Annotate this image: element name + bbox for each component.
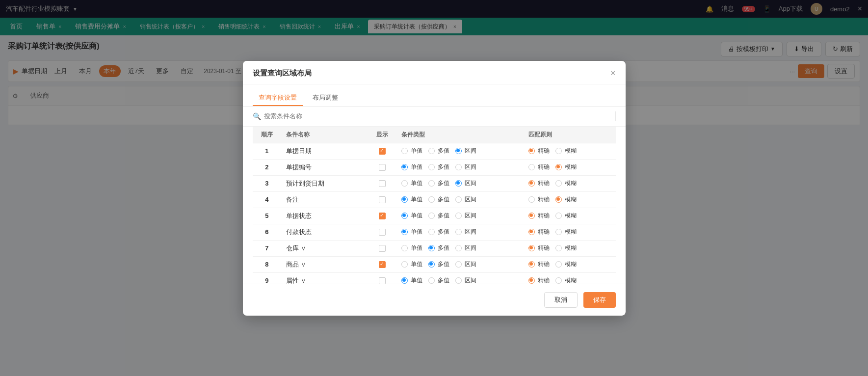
- search-icon: 🔍: [253, 112, 261, 120]
- dialog-search-area: 🔍: [243, 107, 626, 127]
- search-input[interactable]: [264, 112, 612, 120]
- col-display: 显示: [368, 127, 396, 132]
- dialog-tab-query[interactable]: 查询字段设置: [253, 90, 303, 106]
- col-match: 匹配原则: [524, 127, 616, 132]
- col-name: 条件名称: [281, 127, 368, 132]
- dialog-tabs: 查询字段设置 布局调整: [243, 84, 626, 107]
- dialog-tab-layout[interactable]: 布局调整: [307, 90, 344, 106]
- conditions-table: 顺序 条件名称 显示 条件类型 匹配原则 1单据日期单值多值区间精确模糊2单据编…: [253, 127, 616, 132]
- settings-dialog: 设置查询区域布局 × 查询字段设置 布局调整 🔍 顺序 条件名称 显示 条件: [243, 61, 626, 132]
- dialog-title: 设置查询区域布局: [253, 69, 312, 78]
- dialog-header: 设置查询区域布局 ×: [243, 61, 626, 84]
- conditions-wrap: 顺序 条件名称 显示 条件类型 匹配原则 1单据日期单值多值区间精确模糊2单据编…: [243, 127, 626, 132]
- modal-overlay: 设置查询区域布局 × 查询字段设置 布局调整 🔍 顺序 条件名称 显示 条件: [0, 0, 868, 131]
- col-type: 条件类型: [396, 127, 523, 132]
- col-order: 顺序: [253, 127, 282, 132]
- dialog-close-button[interactable]: ×: [610, 69, 616, 78]
